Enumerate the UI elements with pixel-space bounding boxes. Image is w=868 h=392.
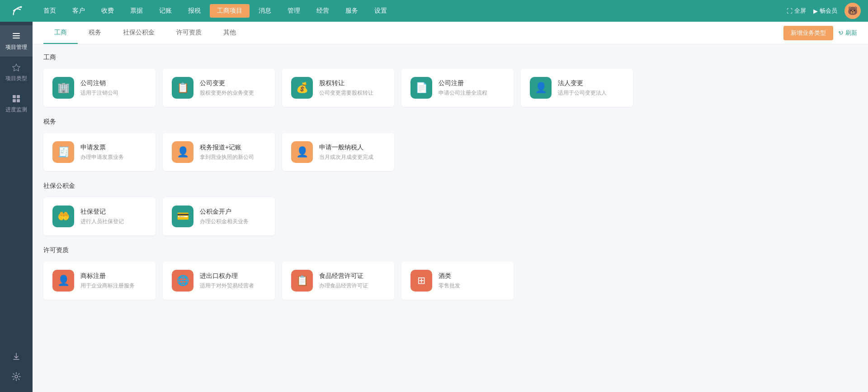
service-card[interactable]: 🏢公司注销适用于注销公司 [43, 69, 156, 107]
svg-rect-3 [13, 38, 20, 38]
top-navigation: 首页客户收费票据记账报税工商项目消息管理经营服务设置 ⛶ 全屏 ▶ 畅会员 🐻 [0, 0, 868, 22]
sidebar: 项目管理 项目类型 进度监测 [0, 22, 33, 392]
service-card[interactable]: 👤税务报道+记账拿到营业执照的新公司 [163, 133, 275, 171]
sidebar-item-project-management[interactable]: 项目管理 [0, 25, 33, 57]
nav-item-客户[interactable]: 客户 [65, 4, 92, 18]
play-icon: ▶ [813, 8, 818, 14]
vip-button[interactable]: ▶ 畅会员 [813, 7, 837, 15]
refresh-icon: ↻ [837, 29, 845, 37]
card-desc: 进行人员社保登记 [80, 218, 124, 225]
nav-item-服务[interactable]: 服务 [338, 4, 365, 18]
card-desc: 股权变更外的业务变更 [200, 89, 254, 97]
nav-item-票据[interactable]: 票据 [123, 4, 150, 18]
nav-item-经营[interactable]: 经营 [309, 4, 336, 18]
card-desc: 适用于注销公司 [80, 89, 118, 97]
tab-工商[interactable]: 工商 [43, 22, 78, 44]
section-title-许可资质: 许可资质 [43, 246, 857, 254]
tab-其他[interactable]: 其他 [212, 22, 247, 44]
nav-item-首页[interactable]: 首页 [36, 4, 63, 18]
svg-point-9 [15, 375, 18, 378]
service-card[interactable]: 🧾申请发票办理申请发票业务 [43, 133, 156, 171]
card-text: 税务报道+记账拿到营业执照的新公司 [200, 143, 254, 161]
scroll-content[interactable]: 工商🏢公司注销适用于注销公司📋公司变更股权变更外的业务变更💰股权转让公司变更需要… [33, 44, 868, 392]
cards-grid-许可资质: 👤商标注册用于企业商标注册服务🌐进出口权办理适用于对外贸易经营者📋食品经营许可证… [43, 262, 857, 300]
card-icon: ⊞ [410, 270, 432, 292]
new-type-button[interactable]: 新增业务类型 [783, 26, 833, 40]
tab-税务[interactable]: 税务 [78, 22, 112, 44]
card-text: 公积金开户办理公积金相关业务 [200, 208, 249, 225]
refresh-button[interactable]: ↻ 刷新 [839, 29, 857, 37]
card-icon: 🏢 [52, 77, 74, 99]
card-desc: 当月或次月成变更完成 [319, 153, 373, 161]
card-icon: 💰 [291, 77, 313, 99]
sidebar-item-project-type[interactable]: 项目类型 [0, 57, 33, 88]
svg-rect-2 [13, 35, 20, 36]
service-card[interactable]: 💰股权转让公司变更需要股权转让 [282, 69, 394, 107]
svg-rect-5 [13, 95, 16, 98]
svg-point-0 [20, 6, 22, 8]
card-text: 商标注册用于企业商标注册服务 [80, 272, 135, 290]
tabs-right: 新增业务类型 ↻ 刷新 [783, 26, 857, 40]
nav-item-报税[interactable]: 报税 [181, 4, 208, 18]
service-card[interactable]: 💳公积金开户办理公积金相关业务 [163, 197, 275, 235]
card-icon: 📄 [410, 77, 432, 99]
card-desc: 用于企业商标注册服务 [80, 282, 135, 290]
card-desc: 办理食品经营许可证 [319, 282, 368, 290]
svg-rect-8 [17, 99, 20, 102]
nav-item-设置[interactable]: 设置 [367, 4, 394, 18]
svg-marker-4 [13, 64, 20, 71]
card-text: 食品经营许可证办理食品经营许可证 [319, 272, 368, 290]
nav-item-收费[interactable]: 收费 [94, 4, 121, 18]
cards-grid-税务: 🧾申请发票办理申请发票业务👤税务报道+记账拿到营业执照的新公司👤申请一般纳税人当… [43, 133, 857, 171]
card-desc: 适用于对外贸易经营者 [200, 282, 254, 290]
card-desc: 适用于公司变更法人 [558, 89, 607, 97]
nav-menu: 首页客户收费票据记账报税工商项目消息管理经营服务设置 [36, 4, 787, 18]
logo[interactable] [7, 1, 27, 21]
nav-item-消息[interactable]: 消息 [251, 4, 278, 18]
card-text: 股权转让公司变更需要股权转让 [319, 79, 373, 97]
mascot-avatar[interactable]: 🐻 [844, 3, 861, 19]
card-text: 酒类零售批发 [439, 272, 460, 290]
sidebar-bottom [8, 349, 24, 392]
section-title-工商: 工商 [43, 53, 857, 62]
card-title: 酒类 [439, 272, 460, 280]
card-text: 公司注册申请公司注册全流程 [439, 79, 487, 97]
download-icon-button[interactable] [8, 349, 24, 365]
card-title: 申请一般纳税人 [319, 143, 373, 152]
card-title: 进出口权办理 [200, 272, 254, 280]
settings-icon-button[interactable] [8, 368, 24, 385]
card-icon: 📋 [291, 270, 313, 292]
service-card[interactable]: ⊞酒类零售批发 [401, 262, 514, 300]
service-card[interactable]: 📋公司变更股权变更外的业务变更 [163, 69, 275, 107]
service-card[interactable]: 📄公司注册申请公司注册全流程 [401, 69, 514, 107]
card-icon: 👤 [530, 77, 552, 99]
card-text: 公司变更股权变更外的业务变更 [200, 79, 254, 97]
card-icon: 🤲 [52, 206, 74, 227]
fullscreen-button[interactable]: ⛶ 全屏 [787, 7, 806, 15]
service-card[interactable]: 👤法人变更适用于公司变更法人 [521, 69, 633, 107]
card-desc: 公司变更需要股权转让 [319, 89, 373, 97]
service-card[interactable]: 👤申请一般纳税人当月或次月成变更完成 [282, 133, 394, 171]
card-desc: 零售批发 [439, 282, 460, 290]
card-icon: 👤 [172, 141, 193, 163]
service-card[interactable]: 🌐进出口权办理适用于对外贸易经营者 [163, 262, 275, 300]
nav-item-记账[interactable]: 记账 [152, 4, 179, 18]
star-icon [11, 62, 22, 73]
main-layout: 项目管理 项目类型 进度监测 [0, 22, 868, 392]
tabs-bar: 工商税务社保公积金许可资质其他 新增业务类型 ↻ 刷新 [33, 22, 868, 44]
card-desc: 办理公积金相关业务 [200, 218, 249, 225]
nav-item-管理[interactable]: 管理 [280, 4, 307, 18]
card-title: 社保登记 [80, 208, 124, 216]
nav-item-工商项目[interactable]: 工商项目 [210, 4, 250, 18]
card-text: 申请一般纳税人当月或次月成变更完成 [319, 143, 373, 161]
card-title: 商标注册 [80, 272, 135, 280]
service-card[interactable]: 👤商标注册用于企业商标注册服务 [43, 262, 156, 300]
service-card[interactable]: 📋食品经营许可证办理食品经营许可证 [282, 262, 394, 300]
tab-社保公积金[interactable]: 社保公积金 [112, 22, 165, 44]
service-card[interactable]: 🤲社保登记进行人员社保登记 [43, 197, 156, 235]
tab-许可资质[interactable]: 许可资质 [165, 22, 212, 44]
sidebar-item-progress-monitor[interactable]: 进度监测 [0, 88, 33, 119]
card-desc: 办理申请发票业务 [80, 153, 124, 161]
card-title: 税务报道+记账 [200, 143, 254, 152]
card-title: 公司注销 [80, 79, 118, 87]
